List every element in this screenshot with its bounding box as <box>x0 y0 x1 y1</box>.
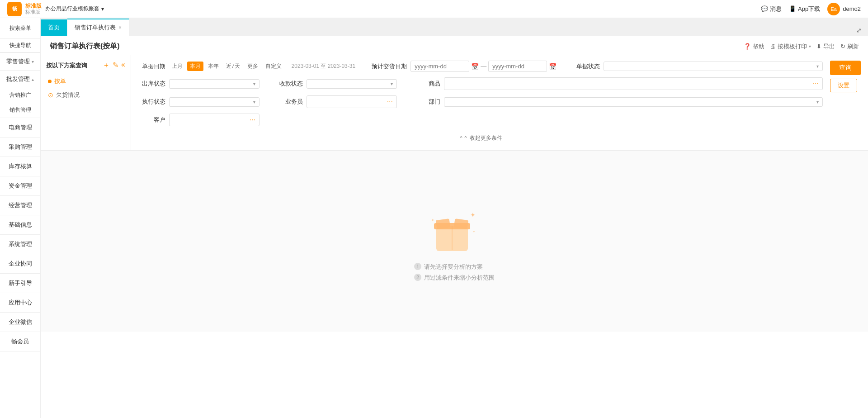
filter-goods-item: 商品 ··· <box>413 77 823 90</box>
sidebar-group-wholesale: 批发管理 ▴ 营销推广 销售管理 <box>0 71 40 118</box>
minimize-icon: — <box>841 27 848 34</box>
sidebar-item-operations[interactable]: 经营管理 <box>0 196 40 215</box>
retail-label: 零售管理 <box>6 57 30 66</box>
industry-select[interactable]: 办公用品行业模拟账套 ▾ <box>45 5 104 13</box>
sidebar-item-onboarding[interactable]: 新手引导 <box>0 274 40 293</box>
industry-label: 办公用品行业模拟账套 <box>45 5 99 13</box>
customer-dots-icon[interactable]: ··· <box>250 116 255 124</box>
goods-dots-icon[interactable]: ··· <box>813 80 819 88</box>
export-btn[interactable]: ⬇ 导出 <box>816 43 835 51</box>
sidebar-item-finance[interactable]: 资金管理 <box>0 176 40 196</box>
filter-date-item: 单据日期 上月 本月 本年 近7天 更多 自定义 <box>138 62 284 71</box>
right-filter-area: 单据日期 上月 本月 本年 近7天 更多 自定义 <box>131 55 830 150</box>
sidebar-item-member[interactable]: 畅会员 <box>0 332 40 352</box>
refresh-label: 刷新 <box>847 43 859 51</box>
filter-stock-item: 出库状态 ▾ <box>138 79 259 89</box>
sidebar-item-ecommerce[interactable]: 电商管理 <box>0 118 40 138</box>
help-label: 帮助 <box>753 43 764 51</box>
empty-hint-1: 1 请先选择要分析的方案 <box>414 263 495 271</box>
sidebar-item-retail[interactable]: 零售管理 ▾ <box>0 53 40 70</box>
date-btn-custom[interactable]: 自定义 <box>263 62 284 71</box>
sidebar-item-sales[interactable]: 销售管理 <box>0 103 40 118</box>
scheme-add-icon[interactable]: ＋ <box>103 61 110 70</box>
collapse-btn[interactable]: ⌃⌃ 收起更多条件 <box>138 132 823 145</box>
calendar-end-icon[interactable]: 📅 <box>549 63 557 70</box>
filter-status-select[interactable]: ▾ <box>604 62 823 71</box>
filter-salesman-item: 业务员 ··· <box>276 95 397 108</box>
filter-payment-select[interactable]: ▾ <box>307 79 397 89</box>
top-bar: 畅 标准版 标准版 办公用品行业模拟账套 ▾ 💬 消息 📱 App下载 <box>0 0 868 18</box>
date-btn-current-year[interactable]: 本年 <box>205 62 222 71</box>
date-btn-prev-month[interactable]: 上月 <box>169 62 185 71</box>
date-btn-7days[interactable]: 近7天 <box>223 62 243 71</box>
filter-customer-label: 客户 <box>138 116 165 124</box>
sidebar-item-app-center[interactable]: 应用中心 <box>0 293 40 313</box>
sidebar-shortcut-label[interactable]: 快捷导航 <box>0 39 40 52</box>
filter-row-1: 单据日期 上月 本月 本年 近7天 更多 自定义 <box>138 61 823 72</box>
setting-button[interactable]: 设置 <box>830 79 857 92</box>
scheme-edit-icon[interactable]: ✎ <box>113 61 118 70</box>
salesman-dots-icon[interactable]: ··· <box>387 98 393 106</box>
tab-actions: — ⤢ <box>835 25 868 36</box>
tab-close-icon[interactable]: × <box>118 24 122 31</box>
retail-arrow-icon: ▾ <box>32 59 34 64</box>
tab-minimize-btn[interactable]: — <box>839 25 850 36</box>
filter-payment-label: 收款状态 <box>276 80 303 88</box>
filter-dept-select[interactable]: ▾ <box>444 97 823 107</box>
user-menu[interactable]: Ea demo2 <box>827 3 861 15</box>
exec-chevron-icon: ▾ <box>253 100 255 104</box>
date-range-text: 2023-03-01 至 2023-03-31 <box>292 62 355 70</box>
sidebar-item-inventory[interactable]: 库存核算 <box>0 157 40 176</box>
sidebar-item-basic-info[interactable]: 基础信息 <box>0 215 40 235</box>
expected-date-start-input[interactable] <box>410 61 469 72</box>
print-arrow-icon: ▾ <box>809 44 811 49</box>
date-btn-more[interactable]: 更多 <box>245 62 261 71</box>
app-download-btn[interactable]: 📱 App下载 <box>789 5 820 13</box>
scheme-active-dot <box>48 80 52 83</box>
filter-goods-input-wrapper[interactable]: ··· <box>444 77 823 90</box>
calendar-start-icon[interactable]: 📅 <box>471 63 479 70</box>
sidebar-item-collab[interactable]: 企业协同 <box>0 254 40 274</box>
empty-num-1: 1 <box>414 263 421 270</box>
query-button[interactable]: 查询 <box>830 61 861 75</box>
date-separator: — <box>481 63 486 70</box>
sidebar-item-purchase[interactable]: 采购管理 <box>0 138 40 157</box>
filter-date-group: 上月 本月 本年 近7天 更多 自定义 <box>169 62 284 71</box>
filter-date-label: 单据日期 <box>138 62 165 71</box>
filter-customer-input-wrapper[interactable]: ··· <box>169 114 259 126</box>
sidebar-item-marketing[interactable]: 营销推广 <box>0 88 40 103</box>
filter-salesman-input-wrapper[interactable]: ··· <box>307 95 397 108</box>
date-btn-current-month[interactable]: 本月 <box>187 62 203 71</box>
scheme-collapse-icon[interactable]: « <box>121 61 125 70</box>
filter-stock-select[interactable]: ▾ <box>169 79 259 89</box>
empty-illustration: ✦ ✦ ✦ <box>427 201 481 256</box>
filter-row-2: 出库状态 ▾ 收款状态 <box>138 77 823 90</box>
download-icon: 📱 <box>789 5 796 12</box>
filter-payment-item: 收款状态 ▾ <box>276 79 397 89</box>
stock-chevron-icon: ▾ <box>253 81 255 86</box>
sidebar-item-system[interactable]: 系统管理 <box>0 235 40 254</box>
svg-text:✦: ✦ <box>470 211 476 218</box>
empty-svg: ✦ ✦ ✦ <box>427 201 481 256</box>
print-btn[interactable]: 🖨 按模板打印 ▾ <box>770 43 811 51</box>
dept-chevron-icon: ▾ <box>816 100 819 104</box>
filter-customer-item: 客户 ··· <box>138 114 259 126</box>
message-btn[interactable]: 💬 消息 <box>761 5 782 13</box>
refresh-btn[interactable]: ↻ 刷新 <box>840 43 859 51</box>
action-buttons: 查询 设置 <box>830 55 868 150</box>
tab-sales-order[interactable]: 销售订单执行表 × <box>67 19 129 36</box>
filter-row-4: 客户 ··· <box>138 114 823 126</box>
filter-expected-date-label: 预计交货日期 <box>372 62 407 71</box>
expected-date-end-input[interactable] <box>488 61 547 72</box>
filter-exec-select[interactable]: ▾ <box>169 97 259 107</box>
scheme-item-shortage[interactable]: ⊙ 欠货情况 <box>46 88 125 102</box>
tab-maximize-btn[interactable]: ⤢ <box>854 25 864 36</box>
tab-home[interactable]: 首页 <box>41 19 67 36</box>
scheme-item-by-order[interactable]: 按单 <box>46 75 125 88</box>
help-btn[interactable]: ❓ 帮助 <box>744 43 764 51</box>
payment-chevron-icon: ▾ <box>391 81 393 86</box>
sidebar-item-wechat[interactable]: 企业微信 <box>0 313 40 332</box>
sidebar-item-wholesale[interactable]: 批发管理 ▴ <box>0 71 40 88</box>
scheme-header: 按以下方案查询 ＋ ✎ « <box>46 61 125 70</box>
sidebar-search-label[interactable]: 搜索菜单 <box>4 22 37 35</box>
